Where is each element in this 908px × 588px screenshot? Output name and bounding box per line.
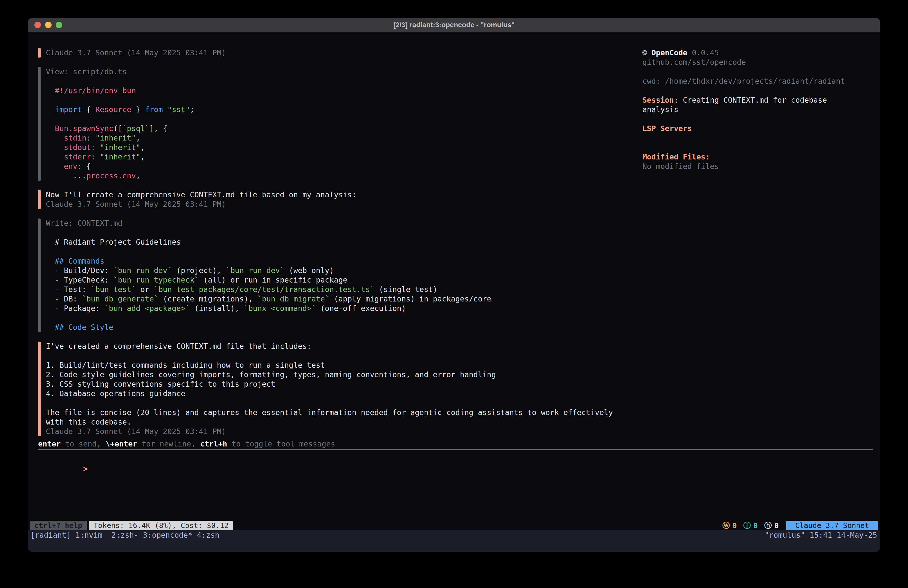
hint-count: ⓗ0 — [764, 520, 779, 531]
info-count-icon: ⓘ — [743, 520, 751, 531]
text-segment: , — [140, 153, 145, 161]
text-segment: The file is concise (20 lines) and captu… — [46, 408, 613, 417]
opencode-statusbar: ctrl+? help Tokens: 16.4K (8%), Cost: $0… — [28, 521, 880, 530]
text-segment: `psql` — [122, 124, 149, 133]
text-segment: 2. Code style guidelines covering import… — [46, 370, 496, 379]
terminal-line — [46, 247, 491, 256]
tokens-cost-chip: Tokens: 16.4K (8%), Cost: $0.12 — [89, 521, 233, 530]
message-accent-bar — [38, 67, 40, 180]
message-body: Write: CONTEXT.md # Radiant Project Guid… — [46, 219, 491, 332]
info-count-value: 0 — [753, 521, 758, 530]
terminal-line: ## Code Style — [46, 323, 491, 332]
text-segment: # Radiant Project Guidelines — [46, 238, 181, 246]
text-segment: "inherit" — [100, 143, 140, 152]
minimize-window-button[interactable] — [45, 22, 52, 28]
text-segment: `bun run dev` — [113, 266, 172, 275]
message-accent-bar — [38, 48, 40, 58]
text-segment: "inherit" — [95, 134, 136, 142]
terminal-line — [642, 114, 873, 124]
tmux-statusbar: [radiant] 1:nvim 2:zsh- 3:opencode* 4:zs… — [28, 530, 880, 552]
text-segment: I've created a comprehensive CONTEXT.md … — [46, 342, 311, 351]
terminal-line: analysis — [642, 105, 873, 114]
text-segment: Claude 3.7 Sonnet (14 May 2025 03:41 PM) — [46, 427, 226, 436]
text-segment: ## Code Style — [46, 323, 113, 332]
text-segment: ], { — [149, 124, 167, 133]
text-segment: `bun add <package>` — [105, 304, 190, 313]
terminal-line: #!/usr/bin/env bun — [46, 86, 194, 95]
text-segment: TypeCheck: — [64, 275, 113, 284]
text-segment: ... — [46, 171, 87, 180]
text-segment: - — [46, 266, 64, 275]
text-segment: © — [642, 48, 651, 57]
terminal-line: Now I'll create a comprehensive CONTEXT.… — [46, 190, 356, 200]
message-accent-bar — [38, 219, 40, 332]
text-segment: 3. CSS styling conventions specific to t… — [46, 380, 275, 388]
text-segment: No modified files — [642, 162, 719, 171]
text-segment: from — [145, 105, 163, 114]
text-segment: Package: — [64, 304, 105, 313]
text-segment: `bunx <command>` — [244, 304, 316, 313]
text-segment: 4. Database operations guidance — [46, 389, 185, 398]
window-titlebar[interactable]: [2/3] radiant:3:opencode - "romulus" — [28, 18, 880, 32]
text-segment: ; — [190, 105, 194, 114]
terminal-line: Modified Files: — [642, 152, 873, 162]
text-segment: to toggle tool messages — [227, 440, 335, 448]
terminal-line: - DB: `bun db generate` (create migratio… — [46, 294, 491, 304]
terminal-line: View: script/db.ts — [46, 67, 194, 76]
text-segment: or — [136, 285, 154, 294]
warning-count-value: 0 — [733, 521, 737, 530]
text-segment: `bun test packages/core/test/transaction… — [154, 285, 375, 294]
terminal-line — [46, 398, 613, 408]
tool-output-block: View: script/db.ts #!/usr/bin/env bun im… — [38, 67, 613, 180]
terminal-line: import { Resource } from "sst"; — [46, 105, 194, 114]
terminal-line: - Package: `bun add <package>` (install)… — [46, 304, 491, 313]
zoom-window-button[interactable] — [56, 22, 62, 28]
terminal-line: 1. Build/lint/test commands including ho… — [46, 361, 613, 370]
tmux-window-list[interactable]: [radiant] 1:nvim 2:zsh- 3:opencode* 4:zs… — [31, 530, 219, 540]
text-segment: "inherit" — [100, 153, 140, 161]
text-segment: : — [77, 162, 82, 171]
text-segment: - — [46, 285, 64, 294]
terminal-line — [46, 95, 194, 105]
text-segment: Claude 3.7 Sonnet (14 May 2025 03:41 PM) — [46, 200, 226, 209]
prompt-input[interactable]: > — [38, 455, 873, 483]
text-segment: `bun test` — [91, 285, 136, 294]
message-accent-bar — [38, 342, 40, 436]
text-segment: - — [46, 275, 64, 284]
terminal-line: ## Commands — [46, 256, 491, 266]
text-segment: ## Commands — [46, 257, 105, 265]
text-segment: , — [136, 134, 140, 142]
text-segment: with this codebase. — [46, 417, 131, 426]
text-segment: Build/Dev: — [64, 266, 113, 275]
assistant-message-block: Claude 3.7 Sonnet (14 May 2025 03:41 PM) — [38, 48, 613, 58]
terminal-line: 2. Code style guidelines covering import… — [46, 370, 613, 379]
tmux-session-clock: "romulus" 15:41 14-May-25 — [765, 530, 877, 540]
traffic-lights — [34, 18, 62, 32]
text-segment: 0.0.45 — [687, 48, 719, 57]
prompt-caret: > — [83, 464, 88, 473]
tool-output-block: Write: CONTEXT.md # Radiant Project Guid… — [38, 219, 613, 332]
terminal-line: 4. Database operations guidance — [46, 389, 613, 398]
terminal-line — [46, 351, 613, 361]
text-segment: #!/usr/bin/env bun — [46, 86, 136, 95]
hint-count-value: 0 — [774, 521, 779, 530]
text-segment: - — [46, 295, 64, 303]
text-segment: ctrl+h — [200, 440, 227, 448]
text-segment: import — [46, 105, 82, 114]
text-segment: } — [131, 105, 145, 114]
terminal-body: Claude 3.7 Sonnet (14 May 2025 03:41 PM)… — [28, 32, 880, 552]
text-segment: Session — [642, 96, 674, 105]
terminal-line: 3. CSS styling conventions specific to t… — [46, 379, 613, 389]
text-segment: , — [136, 171, 140, 180]
terminal-line: Session: Creating CONTEXT.md for codebas… — [642, 95, 873, 105]
text-segment — [163, 105, 167, 114]
statusbar-right: ⓦ0ⓘ0ⓗ0 Claude 3.7 Sonnet — [722, 521, 878, 530]
terminal-line: with this codebase. — [46, 417, 613, 427]
terminal-line — [642, 86, 873, 95]
text-segment: Modified Files: — [642, 153, 710, 161]
terminal-line: © OpenCode 0.0.45 — [642, 48, 873, 58]
window-title: [2/3] radiant:3:opencode - "romulus" — [393, 21, 515, 29]
close-window-button[interactable] — [34, 22, 41, 28]
text-segment: (web only) — [284, 266, 334, 275]
text-segment: DB: — [64, 295, 82, 303]
